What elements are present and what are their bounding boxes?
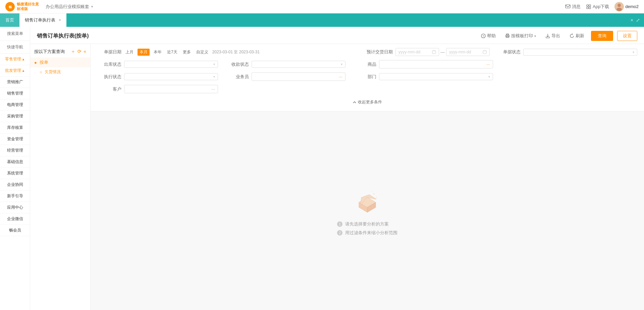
exec-status-select[interactable]: ▾ bbox=[124, 73, 218, 80]
top-header-right: 消息 App下载 demo2 bbox=[565, 2, 639, 11]
scheme-collapse-icon[interactable]: « bbox=[84, 49, 86, 55]
sidebar-item-system[interactable]: 系统管理 bbox=[0, 168, 30, 179]
date-tab-7days[interactable]: 近7天 bbox=[166, 49, 179, 56]
tab-close-window-icon[interactable]: × bbox=[631, 17, 633, 23]
scheme-item-order-icon: ● bbox=[34, 60, 37, 65]
sidebar-item-app-center[interactable]: 应用中心 bbox=[0, 202, 30, 213]
export-button[interactable]: 导出 bbox=[543, 32, 563, 40]
date-tab-last-month[interactable]: 上月 bbox=[124, 49, 135, 56]
tip-num-2: 2 bbox=[337, 230, 342, 236]
salesman-more-icon[interactable]: ··· bbox=[339, 74, 342, 79]
sidebar-item-ecommerce[interactable]: 电商管理 bbox=[0, 99, 30, 111]
sidebar-item-member[interactable]: 畅会员 bbox=[0, 225, 30, 236]
sidebar-item-operations[interactable]: 经营管理 bbox=[0, 145, 30, 156]
svg-rect-13 bbox=[506, 34, 508, 35]
print-dropdown-icon[interactable]: ▾ bbox=[534, 34, 536, 38]
tip-num-1: 1 bbox=[337, 221, 342, 227]
collapse-button[interactable]: 收起更多条件 bbox=[97, 97, 637, 107]
scheme-add-icon[interactable]: ＋ bbox=[71, 49, 75, 55]
scheme-sub-icon: ○ bbox=[40, 70, 42, 74]
print-button[interactable]: 按模板打印 ▾ bbox=[502, 32, 539, 40]
date-tab-custom[interactable]: 自定义 bbox=[195, 49, 210, 56]
svg-point-28 bbox=[372, 191, 373, 192]
svg-rect-19 bbox=[483, 51, 486, 54]
svg-rect-5 bbox=[587, 7, 588, 9]
settings-button[interactable]: 设置 bbox=[617, 31, 637, 41]
top-header-left: 畅 畅捷通好生意 标准版 bbox=[5, 2, 39, 11]
user-area[interactable]: demo2 bbox=[614, 2, 639, 11]
date-range-text: 2023-03-01 至 2023-03-31 bbox=[212, 49, 260, 55]
scheme-item-order[interactable]: ● 按单 bbox=[30, 57, 90, 67]
empty-state: 1 请先选择要分析的方案 2 用过滤条件来缩小分析范围 bbox=[91, 111, 644, 310]
app-download-action[interactable]: App下载 bbox=[586, 4, 609, 10]
breadcrumb-text: 办公用品行业模拟账套 bbox=[46, 4, 89, 10]
date-label: 单据日期 bbox=[97, 49, 124, 55]
refresh-button[interactable]: 刷新 bbox=[567, 32, 587, 40]
date-tab-more[interactable]: 更多 bbox=[181, 49, 192, 56]
delivery-status-select[interactable]: ▾ bbox=[124, 61, 218, 68]
date-tab-this-year[interactable]: 本年 bbox=[152, 49, 163, 56]
sidebar-nav-label[interactable]: 快捷导航 bbox=[0, 43, 30, 51]
top-header: 畅 畅捷通好生意 标准版 办公用品行业模拟账套 ▾ 消息 bbox=[0, 0, 644, 13]
sidebar-item-finance[interactable]: 资金管理 bbox=[0, 134, 30, 145]
salesman-select[interactable]: ··· bbox=[252, 72, 345, 81]
exec-dropdown-icon: ▾ bbox=[213, 75, 215, 79]
goods-select[interactable]: ··· bbox=[379, 60, 493, 68]
message-action[interactable]: 消息 bbox=[565, 4, 581, 10]
query-button[interactable]: 查询 bbox=[591, 31, 613, 41]
tab-active[interactable]: 销售订单执行表 × bbox=[19, 13, 66, 27]
app-download-icon bbox=[586, 4, 591, 9]
sidebar-item-sales[interactable]: 销售管理 bbox=[0, 88, 30, 99]
sidebar-item-retail[interactable]: 零售管理 ▲ bbox=[0, 54, 30, 65]
tab-home[interactable]: 首页 bbox=[0, 13, 19, 27]
delivery-dropdown-icon: ▾ bbox=[213, 62, 215, 66]
svg-rect-2 bbox=[566, 5, 570, 8]
expected-date-to[interactable]: yyyy-mm-dd bbox=[446, 48, 490, 56]
svg-point-26 bbox=[373, 193, 375, 195]
logo-area[interactable]: 畅 畅捷通好生意 标准版 bbox=[5, 2, 39, 11]
content-split: 按以下方案查询 ＋ ⟳ « ● 按单 ○ 欠货情况 bbox=[30, 44, 644, 310]
scheme-sub-item-shortage[interactable]: ○ 欠货情况 bbox=[30, 67, 90, 76]
sidebar-item-basic-info[interactable]: 基础信息 bbox=[0, 156, 30, 168]
sidebar-item-marketing[interactable]: 营销推广 bbox=[0, 76, 30, 88]
page-header-actions: ? 帮助 按模板打印 ▾ bbox=[478, 31, 637, 41]
svg-point-27 bbox=[376, 197, 377, 198]
sidebar-item-new-guide[interactable]: 新手引导 bbox=[0, 191, 30, 202]
payment-status-select[interactable]: ▾ bbox=[252, 61, 345, 68]
user-name: demo2 bbox=[625, 4, 639, 9]
goods-more-icon[interactable]: ··· bbox=[486, 62, 490, 67]
calendar-icon-from bbox=[432, 50, 436, 54]
doc-status-select[interactable]: ▾ bbox=[523, 49, 637, 56]
department-select[interactable]: ▾ bbox=[379, 73, 493, 80]
svg-text:?: ? bbox=[482, 35, 484, 38]
user-avatar bbox=[614, 2, 624, 11]
sidebar-item-inventory[interactable]: 库存核算 bbox=[0, 122, 30, 134]
calendar-icon-to bbox=[483, 50, 487, 54]
search-menu-button[interactable]: 搜索菜单 bbox=[3, 30, 27, 38]
scheme-refresh-icon[interactable]: ⟳ bbox=[77, 49, 82, 55]
sidebar-item-wholesale[interactable]: 批发管理 ▲ bbox=[0, 65, 30, 76]
customer-label: 客户 bbox=[97, 86, 124, 92]
sidebar-item-corp-collab[interactable]: 企业协同 bbox=[0, 179, 30, 191]
department-label: 部门 bbox=[352, 74, 379, 80]
sidebar-item-corp-wechat[interactable]: 企业微信 bbox=[0, 213, 30, 225]
customer-select[interactable]: ··· bbox=[124, 85, 218, 93]
retail-arrow-icon: ▲ bbox=[22, 57, 25, 61]
tab-maximize-icon[interactable]: ⤢ bbox=[636, 17, 640, 23]
page-title: 销售订单执行表(按单) bbox=[37, 33, 89, 40]
tab-close-icon[interactable]: × bbox=[59, 18, 61, 22]
breadcrumb-dropdown-icon[interactable]: ▾ bbox=[91, 5, 93, 8]
help-button[interactable]: ? 帮助 bbox=[478, 32, 498, 40]
sidebar-nav-section: 快捷导航 bbox=[0, 41, 30, 54]
table-area: 单据日期 上月 本月 本年 近7天 更多 自定义 2023-03-01 至 20… bbox=[91, 44, 644, 310]
page-header: 销售订单执行表(按单) ? 帮助 按模板打印 ▾ bbox=[30, 27, 644, 44]
date-tab-this-month[interactable]: 本月 bbox=[138, 49, 150, 56]
expected-date-from[interactable]: yyyy-mm-dd bbox=[395, 48, 439, 56]
scheme-header: 按以下方案查询 ＋ ⟳ « bbox=[30, 47, 90, 57]
filter-row-2: 出库状态 ▾ 收款状态 ▾ 商品 ··· bbox=[97, 60, 637, 68]
goods-label: 商品 bbox=[352, 61, 379, 67]
customer-more-icon[interactable]: ··· bbox=[211, 87, 215, 92]
filter-row-3: 执行状态 ▾ 业务员 ··· 部门 ▾ bbox=[97, 72, 637, 81]
sidebar-item-purchase[interactable]: 采购管理 bbox=[0, 111, 30, 122]
svg-rect-14 bbox=[506, 36, 508, 37]
